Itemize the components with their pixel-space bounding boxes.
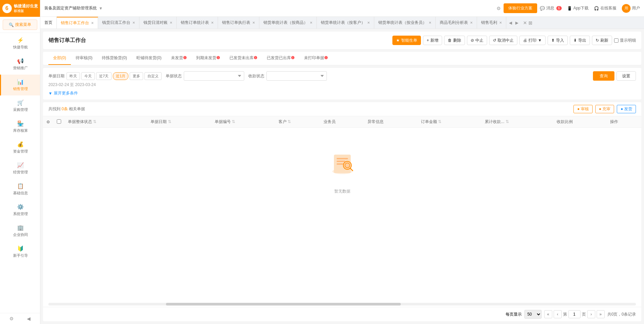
payment-select[interactable] [266, 71, 327, 81]
sort-status-icon[interactable]: ⇅ [93, 119, 96, 124]
filter-tab-pending-inspect[interactable]: 待拣货验货(0) [97, 52, 132, 65]
close-current-tab-icon[interactable]: ✕ [523, 20, 527, 26]
filter-tab-expired-unshipped[interactable]: 到期未发货❶ [191, 52, 225, 65]
unaudit-button[interactable]: ● 充审 [595, 105, 614, 113]
search-menu-button[interactable]: 🔍 搜索菜单 [3, 19, 37, 30]
query-button[interactable]: 查询 [593, 71, 614, 81]
prev-page-button[interactable]: ‹ [554, 310, 562, 318]
delete-button[interactable]: 🗑 删除 [444, 36, 465, 45]
last1m-btn[interactable]: 近1月 [113, 72, 128, 80]
filter-tab-wangpu-ship[interactable]: 旺铺待发货(0) [132, 52, 166, 65]
filter-tab-unshipped[interactable]: 未发货❶ [166, 52, 191, 65]
sidebar-item-sales[interactable]: 📊 销售管理 [0, 75, 40, 95]
filter-tab-all[interactable]: 全部(0) [48, 52, 71, 65]
sort-date-icon[interactable]: ⇅ [168, 119, 171, 124]
tab-sales-stats-staff[interactable]: 销货单统计表（按业务员） ✕ [374, 17, 436, 29]
suspend-button[interactable]: ⊘ 中止 [467, 36, 487, 45]
tab-close-icon[interactable]: ✕ [470, 21, 473, 25]
app-download-button[interactable]: 📱 App下载 [567, 5, 589, 11]
per-page-select[interactable]: 50 100 [524, 310, 542, 319]
sidebar-item-system[interactable]: ⚙️ 系统管理 [0, 200, 40, 220]
message-button[interactable]: 💬 消息 6 [540, 5, 562, 11]
sort-customer-icon[interactable]: ⇅ [288, 119, 291, 124]
sort-collected-icon[interactable]: ⇅ [506, 119, 509, 124]
tab-close-icon[interactable]: ✕ [211, 21, 214, 25]
tab-close-icon[interactable]: ✕ [132, 21, 135, 25]
next-page-button[interactable]: › [587, 310, 595, 318]
more-btn[interactable]: 更多 [130, 72, 143, 80]
set-button[interactable]: 设置 [616, 71, 636, 81]
close-all-tabs-icon[interactable]: ⊠ [528, 20, 532, 26]
star-icon: ★ [396, 38, 400, 43]
tab-close-icon[interactable]: ✕ [170, 21, 172, 25]
smart-gen-button[interactable]: ★ 智能生单 [392, 36, 421, 45]
show-detail-input[interactable] [614, 38, 618, 43]
topbar-settings-icon[interactable]: ⚙ [497, 6, 501, 11]
horizontal-scrollbar[interactable] [48, 303, 636, 306]
filter-tab-shipped-out[interactable]: 已发货已出库❶ [262, 52, 299, 65]
sidebar-item-inventory[interactable]: 🏪 库存核算 [0, 116, 40, 137]
filter-tab-unprinted[interactable]: 未打印单据❶ [299, 52, 333, 65]
refresh-button[interactable]: ↻ 刷新 [592, 36, 612, 45]
tab-close-icon[interactable]: ✕ [367, 21, 370, 25]
sort-number-icon[interactable]: ⇅ [232, 119, 235, 124]
tab-sales-profit[interactable]: 销售毛利 ✕ [477, 17, 506, 29]
ship-dot: ● [620, 107, 623, 111]
last7-btn[interactable]: 近7天 [96, 72, 112, 80]
show-detail-checkbox[interactable]: 显示明细 [614, 38, 636, 43]
col-salesperson: 业务员 [320, 116, 364, 128]
tab-home[interactable]: 首页 [40, 17, 57, 29]
sidebar-item-quick-nav[interactable]: ⚡ 快捷导航 [0, 33, 40, 54]
sidebar-item-purchase[interactable]: 🛒 采购管理 [0, 95, 40, 116]
import-button[interactable]: ⬆ 导入 [548, 36, 568, 45]
filter-tab-pending-audit[interactable]: 待审核(0) [71, 52, 97, 65]
tab-close-icon[interactable]: ✕ [499, 21, 502, 25]
first-page-button[interactable]: « [544, 310, 552, 318]
tab-sales-order-exec[interactable]: 销售订单执行表 ✕ [218, 17, 259, 29]
tab-close-icon[interactable]: ✕ [429, 21, 431, 25]
tab-close-icon[interactable]: ✕ [252, 21, 255, 25]
sort-amount-icon[interactable]: ⇅ [438, 119, 441, 124]
yesterday-btn[interactable]: 昨天 [67, 72, 80, 80]
solution-button[interactable]: 体验行业方案 [504, 3, 537, 13]
user-menu[interactable]: 用 用户 [622, 4, 640, 13]
col-settings-icon[interactable]: ⚙ [46, 120, 50, 124]
new-button[interactable]: + 新增 [423, 36, 442, 45]
cancel-suspend-button[interactable]: ↺ 取消中止 [489, 36, 517, 45]
status-select[interactable] [184, 71, 244, 81]
sidebar-item-finance[interactable]: 💰 资金管理 [0, 137, 40, 158]
ship-button[interactable]: ● 发货 [617, 105, 636, 113]
scrollbar-thumb[interactable] [166, 303, 401, 306]
sidebar-item-marketing[interactable]: 📢 营销推广 [0, 54, 40, 75]
sidebar-item-operations[interactable]: 📈 经营管理 [0, 158, 40, 179]
tab-next-icon[interactable]: ▶ [514, 20, 520, 26]
filter-tab-shipped-not-out[interactable]: 已发货未出库❶ [225, 52, 262, 65]
export-button[interactable]: ⬇ 导出 [570, 36, 590, 45]
tab-product-margin[interactable]: 商品毛利分析表 ✕ [436, 17, 477, 29]
select-all-checkbox[interactable] [57, 119, 61, 124]
tab-cash-daily[interactable]: 钱货日清工作台 ✕ [98, 17, 139, 29]
settings-bottom-icon[interactable]: ⚙ [9, 316, 14, 321]
last-page-button[interactable]: » [597, 310, 605, 318]
tab-prev-icon[interactable]: ◀ [508, 20, 513, 26]
custom-btn[interactable]: 自定义 [144, 72, 162, 80]
expand-conditions-button[interactable]: ▼ 展开更多条件 [48, 90, 636, 96]
tab-sales-stats-customer[interactable]: 销货单统计表（按客户） ✕ [317, 17, 374, 29]
online-service-button[interactable]: 🎧 在线客服 [594, 5, 616, 11]
tab-close-icon[interactable]: ✕ [91, 21, 94, 25]
sidebar-item-enterprise[interactable]: 🏢 企业协同 [0, 220, 40, 241]
sidebar-item-basic[interactable]: 📋 基础信息 [0, 179, 40, 200]
tab-cash-reconcile[interactable]: 钱货日清对账 ✕ [139, 17, 177, 29]
page-number-input[interactable] [568, 310, 581, 318]
sidebar-bottom: ⚙ ◀ [0, 313, 40, 324]
collapse-icon[interactable]: ◀ [27, 316, 31, 321]
tab-sales-stats-product[interactable]: 销货单统计表（按商品） ✕ [259, 17, 317, 29]
sidebar-item-guide[interactable]: 🔰 新手引导 [0, 241, 40, 262]
print-button[interactable]: 🖨 打印 ▼ [519, 36, 546, 45]
today-btn[interactable]: 今天 [81, 72, 95, 80]
tab-close-icon[interactable]: ✕ [310, 21, 312, 25]
tab-sales-order-stats[interactable]: 销售订单统计表 ✕ [177, 17, 218, 29]
audit-button[interactable]: ● 审核 [573, 105, 593, 113]
tab-sales-workbench[interactable]: 销售订单工作台 ✕ [57, 17, 98, 29]
enterprise-icon: 🏢 [17, 225, 24, 231]
